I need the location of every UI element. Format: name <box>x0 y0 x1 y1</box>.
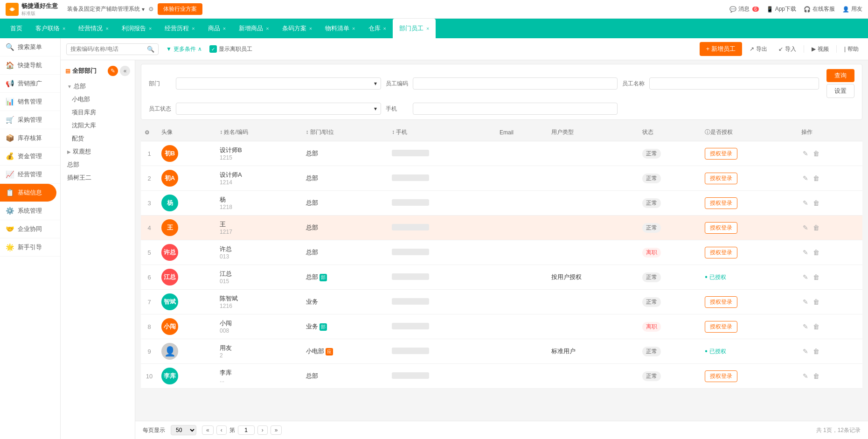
edit-icon[interactable]: ✎ <box>803 224 808 231</box>
next-page-button[interactable]: › <box>257 425 268 435</box>
nav-item-customer[interactable]: 客户联络 × <box>29 19 72 38</box>
edit-icon[interactable]: ✎ <box>803 273 808 281</box>
sidebar-item-management[interactable]: 📈 经营管理 <box>0 166 60 184</box>
set-button[interactable]: 设置 <box>826 84 854 98</box>
query-button[interactable]: 查询 <box>826 69 854 82</box>
name-input[interactable] <box>649 77 819 90</box>
col-auth-cell[interactable]: 授权登录 <box>701 364 798 389</box>
nav-item-bom[interactable]: 物料清单 × <box>319 19 361 38</box>
nav-item-operation[interactable]: 经营情况 × <box>72 19 115 38</box>
sidebar-item-system[interactable]: ⚙️ 系统管理 <box>0 202 60 220</box>
close-icon[interactable]: × <box>223 26 226 31</box>
auth-button[interactable]: 授权登录 <box>705 197 737 209</box>
collapse-dept-button[interactable]: « <box>120 66 130 76</box>
auth-button[interactable]: 授权登录 <box>705 370 737 382</box>
last-page-button[interactable]: » <box>271 425 282 435</box>
delete-icon[interactable]: 🗑 <box>813 323 819 330</box>
edit-icon[interactable]: ✎ <box>803 298 808 306</box>
nav-item-goods[interactable]: 商品 × <box>201 19 232 38</box>
prev-page-button[interactable]: ‹ <box>216 425 227 435</box>
auth-button[interactable]: 授权登录 <box>705 222 737 234</box>
sidebar-item-guide[interactable]: 🌟 新手引导 <box>0 238 60 257</box>
auth-button[interactable]: 授权登录 <box>705 296 737 308</box>
settings-icon[interactable]: ⚙ <box>148 6 154 13</box>
auth-button[interactable]: 授权登录 <box>705 173 737 184</box>
code-input[interactable] <box>413 77 618 90</box>
col-auth-cell[interactable]: 授权登录 <box>701 191 798 216</box>
col-auth-cell[interactable]: 授权登录 <box>701 290 798 314</box>
nav-item-history[interactable]: 经营历程 × <box>158 19 201 38</box>
import-button[interactable]: ↙ 导入 <box>775 43 800 55</box>
delete-icon[interactable]: 🗑 <box>813 150 819 157</box>
auth-button[interactable]: 授权登录 <box>705 321 737 333</box>
sidebar-item-search[interactable]: 🔍 搜索菜单 <box>0 38 60 56</box>
dept-item-shuanglu[interactable]: ▶ 双鹿想 <box>61 145 135 158</box>
online-service-button[interactable]: 🎧 在线客服 <box>804 5 835 13</box>
close-icon[interactable]: × <box>105 26 108 31</box>
edit-icon[interactable]: ✎ <box>803 199 808 207</box>
close-icon[interactable]: × <box>192 26 194 31</box>
export-button[interactable]: ↗ 导出 <box>746 43 771 55</box>
close-icon[interactable]: × <box>383 26 386 31</box>
message-button[interactable]: 💬 消息 6 <box>729 5 759 13</box>
delete-icon[interactable]: 🗑 <box>813 372 819 380</box>
sidebar-item-basics[interactable]: 📋 基础信息 <box>0 184 56 202</box>
close-icon[interactable]: × <box>62 26 65 31</box>
close-icon[interactable]: × <box>266 26 269 31</box>
auth-button[interactable]: 授权登录 <box>705 247 737 258</box>
filter-button[interactable]: ▼ 更多条件 ∧ <box>162 43 206 55</box>
app-download-button[interactable]: 📱 App下载 <box>766 5 796 13</box>
delete-icon[interactable]: 🗑 <box>813 273 819 281</box>
col-auth-cell[interactable]: 授权登录 <box>701 216 798 240</box>
page-input[interactable] <box>238 425 255 435</box>
dept-select[interactable]: ▾ <box>176 77 381 90</box>
col-auth-cell[interactable]: 授权登录 <box>701 141 798 166</box>
edit-icon[interactable]: ✎ <box>803 323 808 330</box>
col-name[interactable]: ↕ 姓名/编码 <box>216 124 302 141</box>
delete-icon[interactable]: 🗑 <box>813 249 819 256</box>
nav-item-employee[interactable]: 部门员工 × <box>393 19 436 38</box>
sidebar-item-collab[interactable]: 🤝 企业协同 <box>0 220 60 238</box>
system-selector[interactable]: 装备及固定资产辅助管理系统 ▾ <box>67 5 145 13</box>
delete-icon[interactable]: 🗑 <box>813 199 819 207</box>
close-icon[interactable]: × <box>426 26 429 31</box>
dept-item-project-warehouse[interactable]: 项目库房 <box>61 106 135 119</box>
sidebar-item-sales[interactable]: 📊 销售管理 <box>0 93 60 111</box>
col-auth-cell[interactable]: 已授权 <box>701 339 798 364</box>
sidebar-item-quicknav[interactable]: 🏠 快捷导航 <box>0 56 60 75</box>
dept-item-chashuwang[interactable]: 插树王二 <box>61 171 135 184</box>
dept-item-peihuo[interactable]: 配货 <box>61 132 135 145</box>
page-size-select[interactable]: 50 10 20 100 <box>171 425 196 435</box>
delete-icon[interactable]: 🗑 <box>813 174 819 182</box>
dept-item-zongbu-parent[interactable]: ▼ 总部 <box>61 80 135 93</box>
trial-button[interactable]: 体验行业方案 <box>158 3 202 15</box>
edit-icon[interactable]: ✎ <box>803 150 808 157</box>
dept-item-shenyang[interactable]: 沈阳大库 <box>61 119 135 132</box>
auth-button[interactable]: 授权登录 <box>705 148 737 160</box>
nav-item-profit[interactable]: 利润报告 × <box>115 19 158 38</box>
add-employee-button[interactable]: + 新增员工 <box>700 42 742 56</box>
edit-icon[interactable]: ✎ <box>803 174 808 182</box>
sidebar-item-marketing[interactable]: 📢 营销推广 <box>0 75 60 93</box>
close-icon[interactable]: × <box>309 26 312 31</box>
sidebar-item-inventory[interactable]: 📦 库存核算 <box>0 129 60 147</box>
dept-item-xiao-dian[interactable]: 小电部 <box>61 93 135 106</box>
dept-item-zongbu[interactable]: 总部 <box>61 158 135 171</box>
search-box[interactable]: 🔍 <box>66 43 159 55</box>
col-auth-cell[interactable]: 授权登录 <box>701 166 798 191</box>
col-dept[interactable]: ↕ 部门/职位 <box>302 124 388 141</box>
close-icon[interactable]: × <box>352 26 355 31</box>
help-button[interactable]: | 帮助 <box>840 43 862 55</box>
col-auth-cell[interactable]: 授权登录 <box>701 240 798 265</box>
edit-icon[interactable]: ✎ <box>803 348 808 355</box>
nav-item-add-goods[interactable]: 新增商品 × <box>232 19 275 38</box>
first-page-button[interactable]: « <box>202 425 214 435</box>
show-resigned-toggle[interactable]: ✓ 显示离职员工 <box>209 45 252 53</box>
col-phone[interactable]: ↕ 手机 <box>388 124 496 141</box>
delete-icon[interactable]: 🗑 <box>813 298 819 306</box>
edit-dept-button[interactable]: ✎ <box>108 66 118 76</box>
video-button[interactable]: ▶ 视频 <box>808 43 833 55</box>
status-select[interactable]: ▾ <box>176 103 381 115</box>
nav-item-barcode[interactable]: 条码方案 × <box>276 19 319 38</box>
edit-icon[interactable]: ✎ <box>803 372 808 380</box>
